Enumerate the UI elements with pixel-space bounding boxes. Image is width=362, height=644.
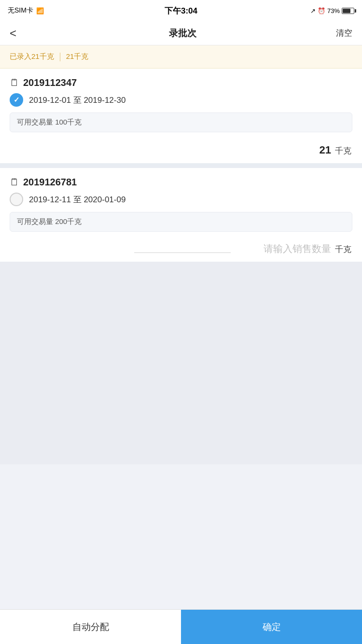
summary-divider — [60, 53, 60, 61]
batch1-date-row[interactable]: 2019-12-01 至 2019-12-30 — [0, 92, 362, 112]
batch1-header: 🗒 2019112347 — [0, 69, 362, 92]
clear-button[interactable]: 清空 — [336, 28, 352, 39]
back-button[interactable]: < — [10, 27, 29, 40]
batch2-date-row[interactable]: 2019-12-11 至 2020-01-09 — [0, 192, 362, 212]
batch2-id: 2019126781 — [23, 177, 77, 188]
batch2-avail: 可用交易量 200千克 — [10, 212, 352, 232]
alarm-icon: ⏰ — [318, 7, 325, 14]
status-bar: 无SIM卡 📶 下午3:04 ↗ ⏰ 73% — [0, 0, 362, 21]
confirm-button[interactable]: 确定 — [181, 610, 362, 644]
batch1-quantity: 21 — [320, 144, 331, 156]
nav-bar: < 录批次 清空 — [0, 21, 362, 45]
batch1-radio[interactable] — [10, 93, 23, 107]
status-left: 无SIM卡 📶 — [8, 6, 44, 15]
summary-banner: 已录入21千克 21千克 — [0, 45, 362, 69]
batch2-qty-row: 千克 — [0, 238, 362, 262]
bottom-area — [0, 262, 362, 464]
batch1-id: 2019112347 — [23, 77, 77, 88]
batch2-unit: 千克 — [335, 244, 351, 255]
location-icon: ↗ — [310, 7, 316, 14]
batch1-unit: 千克 — [335, 145, 351, 156]
batch1-card: 🗒 2019112347 2019-12-01 至 2019-12-30 可用交… — [0, 69, 362, 163]
battery-icon — [342, 8, 354, 14]
auto-distribute-button[interactable]: 自动分配 — [0, 610, 181, 644]
summary-recorded: 已录入21千克 — [10, 52, 54, 61]
batch2-icon: 🗒 — [10, 177, 19, 188]
batch1-qty-row: 21 千克 — [0, 139, 362, 163]
batch1-avail: 可用交易量 100千克 — [10, 112, 352, 132]
status-time: 下午3:04 — [165, 5, 197, 16]
status-right: ↗ ⏰ 73% — [310, 7, 354, 14]
batch2-date-range: 2019-12-11 至 2020-01-09 — [29, 194, 125, 205]
section-divider-1 — [0, 163, 362, 168]
batch2-header: 🗒 2019126781 — [0, 168, 362, 192]
batch1-icon: 🗒 — [10, 77, 19, 88]
footer: 自动分配 确定 — [0, 609, 362, 644]
summary-total: 21千克 — [66, 52, 89, 61]
batch2-card: 🗒 2019126781 2019-12-11 至 2020-01-09 可用交… — [0, 168, 362, 262]
page-title: 录批次 — [169, 27, 196, 40]
battery-percent: 73% — [327, 7, 340, 14]
batch1-date-range: 2019-12-01 至 2019-12-30 — [29, 95, 125, 106]
wifi-icon: 📶 — [36, 7, 44, 14]
carrier-text: 无SIM卡 — [8, 6, 33, 15]
input-underline — [134, 252, 231, 253]
batch2-quantity-input[interactable] — [235, 243, 331, 254]
batch2-radio[interactable] — [10, 193, 23, 206]
